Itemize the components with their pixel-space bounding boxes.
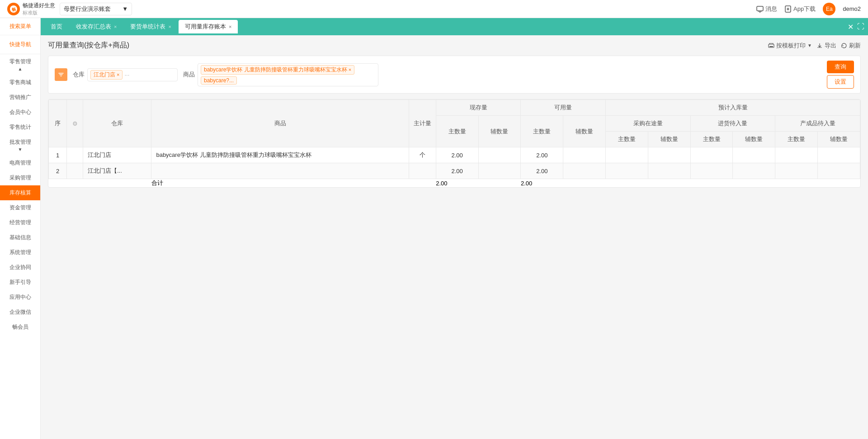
main-layout: 搜索菜单 快捷导航 零售管理 ▲ 零售商城 营销推广 会员中心 零售统计 批发管… [0,18,868,439]
warehouse-tag-close[interactable]: × [117,72,119,77]
sidebar-item-purchase[interactable]: 采购管理 [0,170,40,185]
settings-icon[interactable]: ⚙ [72,120,78,127]
product-filter: 商品 babycare学饮杯 儿童防摔防撞吸管杯重力球吸嘴杯宝宝水杯 × bab… [183,63,378,86]
tab-close-icon[interactable]: × [114,24,117,29]
cell-stock-main: 2.00 [436,147,478,163]
sidebar-item-ops[interactable]: 经营管理 [0,215,40,230]
sidebar-item-label: 畅会员 [12,323,28,331]
sidebar-item-marketing[interactable]: 营销推广 [0,90,40,105]
top-bar-right: 消息 App下载 Ea demo2 [756,3,861,15]
sidebar-item-label: 采购管理 [9,174,31,182]
sidebar-item-inventory[interactable]: 库存核算 [0,185,40,200]
chevron-down-icon: ▼ [122,5,128,12]
tab-order-stats[interactable]: 要货单统计表 × [124,20,177,33]
product-tags-input[interactable]: babycare学饮杯 儿童防摔防撞吸管杯重力球吸嘴杯宝宝水杯 × babyca… [198,63,378,86]
sidebar-item-basic[interactable]: 基础信息 [0,230,40,245]
sidebar-item-member[interactable]: 会员中心 [0,105,40,120]
col-warehouse: 仓库 [83,100,151,147]
warehouse-more-btn[interactable]: ··· [124,71,129,78]
total-p2 [648,179,690,188]
tab-receive-summary[interactable]: 收发存汇总表 × [70,20,123,33]
col-plan-group: 预计入库量 [606,100,860,116]
sidebar-item-system[interactable]: 系统管理 [0,245,40,260]
app-download-label: App下载 [793,5,816,13]
template-print-btn[interactable]: 按模板打印 ▼ [768,42,812,50]
col-production-pending: 产成品待入量 [775,116,860,132]
tab-close-icon[interactable]: × [168,24,171,29]
query-button[interactable]: 查询 [827,61,854,73]
tab-close-all-btn[interactable]: ✕ [848,23,854,31]
total-product: 合计 [151,179,409,188]
export-btn[interactable]: 导出 [816,42,836,50]
total-p6 [818,179,860,188]
tab-label: 要货单统计表 [130,23,165,31]
sidebar-search[interactable]: 搜索菜单 [0,18,40,35]
sidebar-item-ecommerce[interactable]: 电商管理 [0,156,40,170]
total-p3 [690,179,733,188]
sidebar-item-enterprise[interactable]: 企业协同 [0,260,40,275]
message-label: 消息 [765,5,777,13]
page-header: 可用量查询(按仓库+商品) 按模板打印 ▼ 导出 刷新 [48,41,861,50]
cell-product: babycare学饮杯 儿童防摔防撞吸管杯重力球吸嘴杯宝宝水杯 [151,147,409,163]
col-stock-group: 现存量 [436,100,521,116]
cell-purchase-main [606,163,648,179]
sidebar-item-label: 系统管理 [9,249,31,256]
sidebar-item-weixin[interactable]: 企业微信 [0,305,40,320]
refresh-btn[interactable]: 刷新 [841,42,861,50]
sidebar-item-wholesale[interactable]: 批发管理 ▼ [0,135,40,156]
tab-bar-actions: ✕ ⛶ [848,23,864,31]
col-settings[interactable]: ⚙ [67,100,83,147]
sidebar-item-vip[interactable]: 畅会员 [0,320,40,335]
industry-selector[interactable]: 母婴行业演示账套 ▼ [60,3,132,15]
warehouse-label: 仓库 [73,71,85,79]
cell-stock-main: 2.00 [436,163,478,179]
cell-product [151,163,409,179]
warehouse-filter: 仓库 江北门店 × ··· [73,68,178,81]
product-tag-1-close[interactable]: × [349,67,351,72]
cell-production-main [775,163,818,179]
sidebar-item-retail-mgmt[interactable]: 零售管理 ▲ [0,54,40,75]
svg-rect-5 [769,46,773,47]
filter-toggle-btn[interactable] [55,68,67,81]
sidebar-item-label: 应用中心 [9,293,31,301]
warehouse-tags-input[interactable]: 江北门店 × ··· [87,68,178,81]
tab-available-inventory[interactable]: 可用量库存账本 × [179,20,238,33]
avatar[interactable]: Ea [823,3,835,15]
cell-index: 2 [49,163,67,179]
logo-sub: 标准版 [23,9,55,16]
col-unit: 主计量 [409,100,436,147]
tab-home[interactable]: 首页 [44,20,69,33]
logo-icon: 畅 [7,3,20,15]
cell-stock-sub [478,163,521,179]
cell-warehouse: 江北门店【... [83,163,151,179]
page-header-actions: 按模板打印 ▼ 导出 刷新 [768,42,861,50]
total-p1 [606,179,648,188]
sidebar-item-appstore[interactable]: 应用中心 [0,290,40,305]
product-tag-1: babycare学饮杯 儿童防摔防撞吸管杯重力球吸嘴杯宝宝水杯 × [201,65,354,75]
total-avail-sub [563,179,606,188]
cell-avail-main: 2.00 [521,147,563,163]
cell-production-main [775,147,818,163]
sidebar-item-label: 营销推广 [9,94,31,101]
sidebar-item-guide[interactable]: 新手引导 [0,275,40,290]
sidebar-item-label: 零售管理 [9,58,31,66]
sidebar-item-retail-stats[interactable]: 零售统计 [0,120,40,135]
tab-close-icon[interactable]: × [229,24,231,29]
table-row: 2 江北门店【... 2.00 2.00 [49,163,860,179]
cell-warehouse: 江北门店 [83,147,151,163]
total-row: 合计 2.00 2.00 [49,179,860,188]
sidebar-item-finance[interactable]: 资金管理 [0,200,40,215]
settings-button[interactable]: 设置 [827,75,854,89]
svg-text:畅: 畅 [12,7,16,12]
sidebar-quick-nav[interactable]: 快捷导航 [0,35,40,54]
logo-text: 畅捷通好生意 [23,2,55,9]
sidebar-item-retail-mall[interactable]: 零售商城 [0,75,40,90]
col-incoming-sub: 辅数量 [733,132,775,147]
message-btn[interactable]: 消息 [756,5,777,13]
sidebar-item-label: 企业微信 [9,308,31,316]
total-label [49,179,83,188]
app-download-btn[interactable]: App下载 [784,5,816,13]
cell-incoming-sub [733,163,775,179]
tab-expand-btn[interactable]: ⛶ [857,23,864,31]
template-print-label: 按模板打印 [776,42,806,50]
